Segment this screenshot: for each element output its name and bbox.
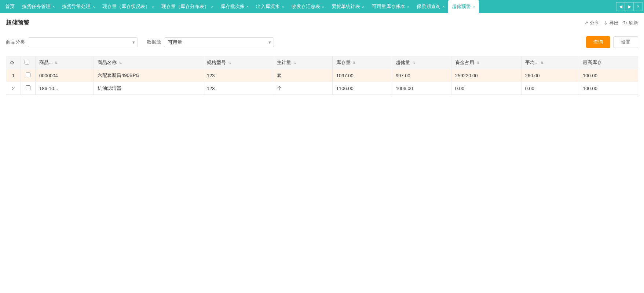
nav-abnormal[interactable]: 拣货异常处理 ×: [58, 0, 98, 13]
nav-overstock[interactable]: 超储预警 ×: [448, 0, 479, 13]
category-label: 商品分类: [6, 39, 25, 45]
datasource-label: 数据源: [147, 39, 161, 45]
row-stock: 1097.00: [332, 69, 392, 82]
nav-arrows: ◀ ▶ ×: [616, 2, 643, 11]
th-spec: 规格型号 ⇅: [203, 56, 273, 69]
page-content: 超储预警 ↗ 分享 ⇩ 导出 ↻ 刷新 商品分类: [0, 13, 644, 293]
nav-stock-status[interactable]: 现存量（库存状况表） ×: [99, 0, 158, 13]
table-header-row: ⚙ 商品... ⇅ 商品名称 ⇅ 规格型号 ⇅ 主计量: [6, 56, 638, 69]
nav-task-mgmt[interactable]: 拣货任务管理 ×: [18, 0, 58, 13]
row-product-name: 六配套新昌490BPG: [94, 69, 203, 82]
sort-avg-icon[interactable]: ⇅: [541, 61, 544, 65]
filter-actions: 查询 设置: [586, 36, 638, 48]
row-capital: 259220.00: [451, 69, 522, 82]
category-select-wrapper: [28, 37, 138, 47]
datasource-filter-group: 数据源 可用量: [147, 37, 274, 47]
nav-close-expiry[interactable]: ×: [442, 4, 444, 9]
sort-spec-icon[interactable]: ⇅: [228, 61, 231, 65]
nav-expiry[interactable]: 保质期查询 ×: [413, 0, 448, 13]
page-header: 超储预警 ↗ 分享 ⇩ 导出 ↻ 刷新: [6, 19, 638, 27]
th-avg: 平均... ⇅: [521, 56, 579, 69]
th-capital: 资金占用 ⇅: [451, 56, 522, 69]
nav-close-abnormal[interactable]: ×: [92, 4, 95, 9]
nav-stock-dist[interactable]: 现存量（库存分布表） ×: [158, 0, 217, 13]
nav-available[interactable]: 可用量库存账本 ×: [368, 0, 413, 13]
share-button[interactable]: ↗ 分享: [584, 20, 599, 26]
row-capital: 0.00: [451, 82, 522, 95]
settings-button[interactable]: 设置: [613, 36, 638, 48]
row-unit: 个: [273, 82, 332, 95]
row-stock: 1106.00: [332, 82, 392, 95]
nav-more-button[interactable]: ×: [634, 2, 643, 11]
nav-close-stock-status[interactable]: ×: [152, 4, 154, 9]
select-all-checkbox[interactable]: [25, 60, 29, 64]
sort-product-code-icon[interactable]: ⇅: [55, 61, 58, 65]
datasource-select-wrapper: 可用量: [164, 37, 274, 47]
th-product-code: 商品... ⇅: [36, 56, 94, 69]
export-button[interactable]: ⇩ 导出: [604, 20, 619, 26]
nav-close-order-stats[interactable]: ×: [362, 4, 364, 9]
nav-close-summary[interactable]: ×: [322, 4, 324, 9]
gear-icon[interactable]: ⚙: [10, 60, 14, 66]
row-max-stock: 100.00: [579, 69, 638, 82]
nav-close-available[interactable]: ×: [407, 4, 409, 9]
nav-order-stats[interactable]: 要货单统计表 ×: [328, 0, 368, 13]
row-product-name: 机油滤清器: [94, 82, 203, 95]
row-num-cell: 2: [6, 82, 21, 95]
nav-flow[interactable]: 出入库流水 ×: [252, 0, 288, 13]
data-table: ⚙ 商品... ⇅ 商品名称 ⇅ 规格型号 ⇅ 主计量: [6, 56, 638, 95]
sort-product-name-icon[interactable]: ⇅: [119, 61, 122, 65]
refresh-button[interactable]: ↻ 刷新: [623, 20, 638, 26]
row-unit: 套: [273, 69, 332, 82]
th-checkbox: [21, 56, 36, 69]
row-avg: 0.00: [521, 82, 579, 95]
refresh-icon: ↻: [623, 20, 627, 26]
row-overstock: 1006.00: [392, 82, 451, 95]
row-checkbox-cell: [21, 82, 36, 95]
nav-close-overstock[interactable]: ×: [473, 4, 475, 9]
share-icon: ↗: [584, 20, 588, 26]
header-actions: ↗ 分享 ⇩ 导出 ↻ 刷新: [584, 20, 638, 26]
th-max-stock: 最高库存: [579, 56, 638, 69]
filter-row: 商品分类 数据源 可用量 查询 设置: [6, 33, 638, 52]
th-stock: 库存量 ⇅: [332, 56, 392, 69]
row-avg: 260.00: [521, 69, 579, 82]
category-filter-group: 商品分类: [6, 37, 138, 47]
export-icon: ⇩: [604, 20, 608, 26]
row-num-cell: 1: [6, 69, 21, 82]
nav-next-button[interactable]: ▶: [625, 2, 634, 11]
row-spec: 123: [203, 82, 273, 95]
row-checkbox-cell: [21, 69, 36, 82]
row-product-code: 186-10...: [36, 82, 94, 95]
row-overstock: 997.00: [392, 69, 451, 82]
th-overstock: 超储量 ⇅: [392, 56, 451, 69]
table-row: 2 186-10... 机油滤清器 123 个 1106.00 1006.00 …: [6, 82, 638, 95]
datasource-select[interactable]: 可用量: [164, 37, 274, 47]
th-product-name: 商品名称 ⇅: [94, 56, 203, 69]
row-spec: 123: [203, 69, 273, 82]
top-nav: 首页 拣货任务管理 × 拣货异常处理 × 现存量（库存状况表） × 现存量（库存…: [0, 0, 644, 13]
sort-unit-icon[interactable]: ⇅: [293, 61, 296, 65]
nav-close-batch[interactable]: ×: [246, 4, 249, 9]
nav-close-flow[interactable]: ×: [282, 4, 284, 9]
nav-batch[interactable]: 库存批次账 ×: [217, 0, 252, 13]
row-product-code: 0000004: [36, 69, 94, 82]
sort-capital-icon[interactable]: ⇅: [476, 61, 479, 65]
sort-overstock-icon[interactable]: ⇅: [412, 61, 415, 65]
table-row: 1 0000004 六配套新昌490BPG 123 套 1097.00 997.…: [6, 69, 638, 82]
nav-home[interactable]: 首页: [1, 0, 18, 13]
nav-summary[interactable]: 收发存汇总表 ×: [288, 0, 328, 13]
nav-close-task-mgmt[interactable]: ×: [52, 4, 55, 9]
category-select[interactable]: [28, 37, 138, 47]
th-gear: ⚙: [6, 56, 21, 69]
page-title: 超储预警: [6, 19, 29, 27]
row-checkbox[interactable]: [26, 73, 30, 77]
row-checkbox[interactable]: [26, 85, 30, 90]
nav-close-stock-dist[interactable]: ×: [211, 4, 213, 9]
sort-stock-icon[interactable]: ⇅: [352, 61, 355, 65]
nav-prev-button[interactable]: ◀: [616, 2, 625, 11]
th-unit: 主计量 ⇅: [273, 56, 332, 69]
row-max-stock: 100.00: [579, 82, 638, 95]
query-button[interactable]: 查询: [586, 36, 610, 48]
